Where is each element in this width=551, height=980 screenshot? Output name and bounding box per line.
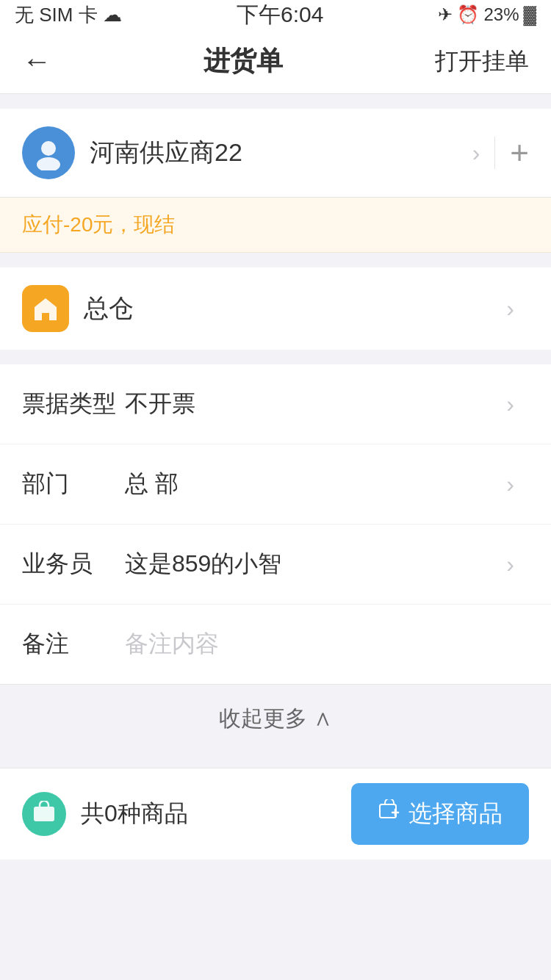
section-separator-4 xyxy=(0,753,551,768)
battery-icon: ▓ xyxy=(524,4,537,25)
remark-label: 备注 xyxy=(22,628,125,660)
remark-input[interactable]: 备注内容 xyxy=(125,628,529,660)
salesperson-row[interactable]: 业务员 这是859的小智 › xyxy=(0,524,551,604)
supplier-chevron-icon: › xyxy=(472,140,480,167)
warehouse-icon xyxy=(22,285,69,332)
product-count: 共0种商品 xyxy=(81,798,351,830)
warehouse-name: 总仓 xyxy=(84,292,506,325)
notice-text: 应付-20元，现结 xyxy=(22,213,175,236)
alarm-icon: ⏰ xyxy=(457,4,479,25)
bottom-bar: 共0种商品 选择商品 xyxy=(0,768,551,860)
supplier-name: 河南供应商22 xyxy=(90,136,472,170)
section-separator-1 xyxy=(0,94,551,109)
select-product-icon xyxy=(378,799,401,829)
product-icon xyxy=(22,792,66,836)
warehouse-row[interactable]: 总仓 › xyxy=(0,267,551,350)
back-button[interactable]: ← xyxy=(22,45,51,78)
salesperson-label: 业务员 xyxy=(22,548,125,580)
select-product-label: 选择商品 xyxy=(408,798,503,830)
nav-bar: ← 进货单 打开挂单 xyxy=(0,29,551,94)
department-row[interactable]: 部门 总 部 › xyxy=(0,444,551,524)
supplier-section: 河南供应商22 › + 应付-20元，现结 xyxy=(0,109,551,253)
svg-point-0 xyxy=(41,141,56,156)
sim-status: 无 SIM 卡 ☁ xyxy=(15,2,122,28)
department-chevron-icon: › xyxy=(506,471,514,498)
supplier-avatar xyxy=(22,126,75,179)
section-separator-2 xyxy=(0,253,551,267)
remark-row[interactable]: 备注 备注内容 xyxy=(0,604,551,684)
salesperson-chevron-icon: › xyxy=(506,551,514,578)
location-icon: ✈ xyxy=(438,4,453,25)
select-product-button[interactable]: 选择商品 xyxy=(351,783,529,845)
battery-percent: 23% xyxy=(483,4,519,25)
open-pending-button[interactable]: 打开挂单 xyxy=(435,46,529,78)
salesperson-value: 这是859的小智 xyxy=(125,548,506,580)
department-value: 总 部 xyxy=(125,468,506,500)
form-section: 票据类型 不开票 › 部门 总 部 › 业务员 这是859的小智 › 备注 备注… xyxy=(0,364,551,684)
invoice-chevron-icon: › xyxy=(506,391,514,418)
svg-rect-3 xyxy=(34,807,54,821)
svg-point-1 xyxy=(37,157,60,170)
supplier-row[interactable]: 河南供应商22 › + xyxy=(0,109,551,198)
notice-bar: 应付-20元，现结 xyxy=(0,198,551,253)
status-time: 下午6:04 xyxy=(237,0,323,30)
svg-rect-2 xyxy=(43,314,48,320)
section-separator-3 xyxy=(0,350,551,364)
status-left: 无 SIM 卡 ☁ xyxy=(15,2,122,28)
page-title: 进货单 xyxy=(204,43,283,79)
status-right: ✈ ⏰ 23% ▓ xyxy=(438,4,536,25)
invoice-type-label: 票据类型 xyxy=(22,388,125,420)
add-supplier-button[interactable]: + xyxy=(494,137,529,169)
invoice-type-row[interactable]: 票据类型 不开票 › xyxy=(0,364,551,444)
warehouse-section: 总仓 › xyxy=(0,267,551,350)
status-bar: 无 SIM 卡 ☁ 下午6:04 ✈ ⏰ 23% ▓ xyxy=(0,0,551,29)
invoice-type-value: 不开票 xyxy=(125,388,506,420)
svg-rect-4 xyxy=(380,804,396,818)
warehouse-chevron-icon: › xyxy=(506,295,514,323)
collapse-label: 收起更多 ∧ xyxy=(219,706,331,730)
collapse-button[interactable]: 收起更多 ∧ xyxy=(0,684,551,753)
department-label: 部门 xyxy=(22,468,125,500)
